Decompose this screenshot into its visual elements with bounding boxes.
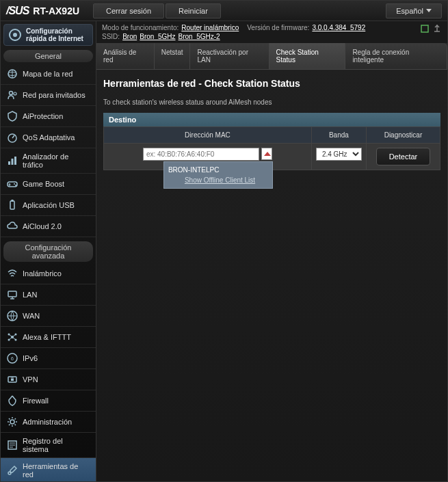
svg-point-28 (8, 472, 11, 474)
top-bar: /SUS RT-AX92U Cerrar sesión Reiniciar Es… (1, 1, 447, 21)
table-row: BRON-INTELPC Show Offline Client List 2.… (104, 144, 440, 170)
vpn-icon (6, 373, 18, 386)
sidebar-item-qos[interactable]: QoS Adaptativa (1, 127, 96, 148)
sidebar-item-admin[interactable]: Administración (1, 412, 96, 433)
svg-text:6: 6 (11, 356, 14, 361)
tabs: Análisis de redNetstatReactivación por L… (96, 43, 447, 70)
sidebar-item-wireless[interactable]: Inalámbrico (1, 263, 96, 284)
lan-icon (6, 289, 18, 301)
sidebar-item-label: AiCloud 2.0 (23, 222, 62, 230)
sidebar-item-label: WAN (23, 312, 40, 320)
sidebar-item-usb-app[interactable]: Aplicación USB (1, 195, 96, 216)
syslog-icon (6, 439, 18, 451)
sidebar-item-label: Herramientas de red (23, 462, 90, 479)
detect-button[interactable]: Detectar (376, 148, 431, 165)
sidebar-item-lan[interactable]: LAN (1, 284, 96, 306)
language-button[interactable]: Español (386, 3, 442, 18)
sidebar-item-alexa[interactable]: Alexa & IFTTT (1, 327, 96, 348)
sidebar-item-traffic[interactable]: Analizador de tráfico (1, 148, 96, 174)
show-offline-link[interactable]: Show Offline Client List (168, 175, 268, 185)
band-select[interactable]: 2.4 GHz (316, 148, 362, 161)
nettools-icon (6, 464, 18, 477)
client-dropdown-item[interactable]: BRON-INTELPC (168, 165, 268, 175)
svg-rect-14 (12, 200, 14, 202)
sidebar-item-wan[interactable]: WAN (1, 306, 96, 327)
gear-icon (8, 28, 22, 42)
brand-logo: /SUS (6, 5, 29, 17)
sidebar-item-label: Game Boost (23, 180, 64, 188)
sidebar-item-aicloud[interactable]: AiCloud 2.0 (1, 216, 96, 237)
svg-point-5 (14, 92, 16, 95)
tab-3[interactable]: Check Station Status (269, 43, 346, 69)
language-label: Español (396, 7, 423, 15)
fw-label: Versión de firmware: (247, 24, 309, 31)
quick-setup-button[interactable]: Configuración rápida de Internet (3, 24, 93, 46)
sidebar-item-label: Firewall (23, 397, 49, 405)
usb-icon[interactable] (432, 24, 442, 34)
aiprotection-icon (6, 110, 18, 122)
tab-2[interactable]: Reactivación por LAN (190, 43, 269, 69)
sidebar-item-nettools[interactable]: Herramientas de red (1, 458, 96, 481)
col-diag-header: Diagnosticar (366, 127, 440, 144)
logo: /SUS RT-AX92U (6, 5, 79, 17)
tab-4[interactable]: Regla de conexión inteligente (345, 43, 447, 69)
ssid-value-1: Bron_5GHz (140, 33, 175, 40)
reboot-button[interactable]: Reiniciar (166, 3, 221, 18)
sidebar-item-label: LAN (23, 291, 37, 299)
aicloud-icon (6, 220, 18, 232)
section-general-label: General (3, 50, 93, 62)
station-table: Dirección MAC Banda Diagnosticar (103, 126, 440, 170)
svg-rect-9 (14, 157, 16, 165)
sidebar-item-label: Analizador de tráfico (23, 152, 90, 169)
tab-1[interactable]: Netstat (155, 43, 191, 69)
section-advanced-label: Configuración avanzada (3, 241, 93, 262)
sidebar-item-game-boost[interactable]: Game Boost (1, 174, 96, 195)
col-band-header: Banda (311, 127, 366, 144)
svg-rect-25 (11, 379, 14, 381)
sidebar-item-guest-network[interactable]: Red para invitados (1, 85, 96, 106)
mode-label: Modo de funcionamiento: (102, 24, 179, 31)
network-map-icon (6, 68, 18, 80)
wan-icon (6, 310, 18, 322)
sidebar-item-syslog[interactable]: Registro del sistema (1, 433, 96, 458)
firewall-icon (6, 394, 18, 407)
chevron-down-icon (426, 9, 432, 13)
sidebar-item-firewall[interactable]: Firewall (1, 390, 96, 412)
svg-rect-8 (12, 159, 14, 165)
mode-value[interactable]: Router inalámbrico (181, 24, 239, 31)
alexa-icon (6, 331, 18, 343)
svg-point-4 (10, 92, 13, 95)
wireless-icon (6, 267, 18, 280)
mac-dropdown-toggle[interactable] (261, 148, 272, 160)
svg-point-11 (14, 183, 15, 185)
sidebar-item-vpn[interactable]: VPN (1, 369, 96, 390)
model-name: RT-AX92U (33, 5, 79, 16)
ssid-value-2: Bron_5GHz-2 (179, 33, 220, 40)
tab-0[interactable]: Análisis de red (96, 43, 155, 69)
aimesh-icon[interactable] (420, 24, 430, 34)
svg-rect-7 (8, 161, 10, 165)
svg-rect-29 (421, 25, 428, 32)
usb-app-icon (6, 199, 18, 211)
sidebar-item-label: Alexa & IFTTT (23, 333, 71, 341)
sidebar-item-label: Red para invitados (23, 91, 85, 99)
svg-rect-15 (8, 291, 16, 297)
page-desc: To check station's wireless status aroun… (103, 98, 440, 106)
client-dropdown: BRON-INTELPC Show Offline Client List (163, 161, 273, 189)
sidebar-item-network-map[interactable]: Mapa de la red (1, 64, 96, 85)
target-header: Destino (103, 113, 440, 126)
admin-icon (6, 416, 18, 428)
ipv6-icon: 6 (6, 352, 18, 364)
sidebar-item-ipv6[interactable]: 6IPv6 (1, 348, 96, 369)
svg-point-12 (15, 185, 16, 186)
sidebar-item-aiprotection[interactable]: AiProtection (1, 106, 96, 127)
page-title: Herramientas de red - Check Station Stat… (103, 78, 440, 89)
sidebar-item-label: QoS Adaptativa (23, 133, 75, 142)
logout-button[interactable]: Cerrar sesión (93, 3, 164, 18)
quick-setup-label: Configuración rápida de Internet (26, 27, 88, 42)
svg-point-26 (10, 420, 14, 424)
sidebar: Configuración rápida de Internet General… (1, 21, 96, 481)
guest-network-icon (6, 89, 18, 101)
mac-input[interactable] (143, 148, 259, 161)
fw-value[interactable]: 3.0.0.4.384_5792 (312, 24, 365, 31)
